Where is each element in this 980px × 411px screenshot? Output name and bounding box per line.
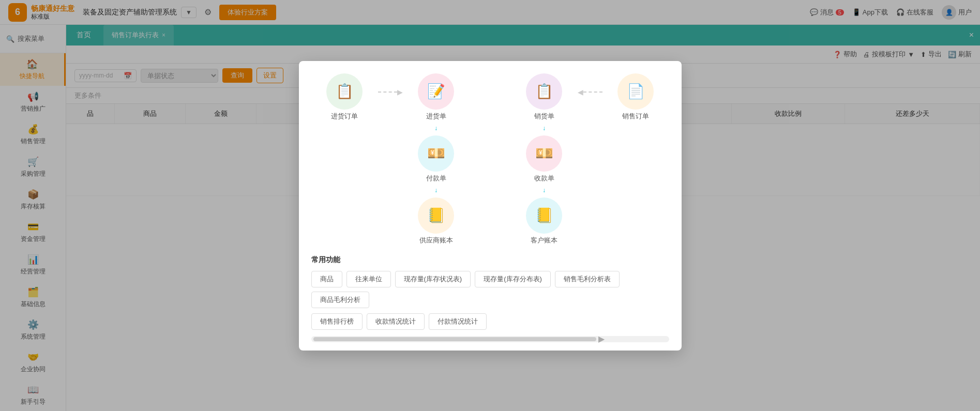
- sale-order-label: 销售订单: [622, 112, 649, 121]
- supplier-account-icon: 📒: [418, 197, 454, 234]
- scrollbar-thumb: [313, 337, 596, 341]
- btn-receipt-stats[interactable]: 收款情况统计: [367, 313, 425, 330]
- arrow-purchase: ▶: [378, 88, 403, 106]
- purchase-order-label: 进货订单: [331, 112, 358, 121]
- sale-order-node: 📄 销售订单: [602, 73, 669, 121]
- purchase-order-node: 📋 进货订单: [311, 73, 378, 121]
- receipt-node: 💴 收款单: [511, 135, 578, 183]
- purchase-order-icon: 📋: [326, 73, 363, 110]
- sale-bill-icon: 📋: [526, 73, 562, 110]
- common-functions-section: 常用功能 商品 往来单位 现存量(库存状况表) 现存量(库存分布表) 销售毛利分…: [311, 255, 669, 330]
- btn-product-profit[interactable]: 商品毛利分析: [311, 292, 369, 308]
- supplier-account-label: 供应商账本: [419, 236, 453, 245]
- btn-contacts[interactable]: 往来单位: [346, 271, 391, 287]
- purchase-bill-label: 进货单: [426, 112, 446, 121]
- v-arrow-receipt: ↓: [511, 187, 578, 194]
- common-buttons-row1: 商品 往来单位 现存量(库存状况表) 现存量(库存分布表) 销售毛利分析表 商品…: [311, 271, 669, 308]
- v-arrow-payment: ↓: [403, 187, 470, 194]
- receipt-label: 收款单: [534, 174, 554, 183]
- sale-bill-label: 销货单: [534, 112, 554, 121]
- btn-stock-status[interactable]: 现存量(库存状况表): [395, 271, 471, 287]
- customer-account-node: 📒 客户账本: [511, 197, 578, 245]
- customer-account-icon: 📒: [526, 197, 562, 234]
- payment-node: 💴 付款单: [403, 135, 470, 183]
- sale-bill-node: 📋 销货单: [511, 73, 578, 121]
- common-title: 常用功能: [311, 255, 669, 265]
- payment-label: 付款单: [426, 174, 446, 183]
- purchase-bill-icon: 📝: [418, 73, 454, 110]
- common-buttons-row2: 销售排行榜 收款情况统计 付款情况统计: [311, 313, 669, 330]
- customer-account-label: 客户账本: [531, 236, 557, 245]
- dialog-scrollbar[interactable]: ▶: [311, 336, 669, 342]
- btn-sales-rank[interactable]: 销售排行榜: [311, 313, 363, 330]
- btn-products[interactable]: 商品: [311, 271, 342, 287]
- v-arrow-sale: ↓: [511, 125, 578, 132]
- receipt-icon: 💴: [526, 135, 562, 172]
- payment-icon: 💴: [418, 135, 454, 172]
- sale-order-icon: 📄: [617, 73, 654, 110]
- btn-payment-stats[interactable]: 付款情况统计: [429, 313, 487, 330]
- scroll-right-arrow[interactable]: ▶: [598, 334, 605, 344]
- btn-stock-dist[interactable]: 现存量(库存分布表): [475, 271, 551, 287]
- supplier-account-node: 📒 供应商账本: [403, 197, 470, 245]
- v-arrow-purchase: ↓: [403, 125, 470, 132]
- arrow-sale: ◀: [578, 88, 602, 106]
- flow-dialog: 📋 进货订单 ▶ 📝 进货单 📋 销货单 ◀: [299, 61, 682, 351]
- purchase-bill-node: 📝 进货单: [403, 73, 470, 121]
- btn-sales-profit[interactable]: 销售毛利分析表: [555, 271, 620, 287]
- dialog-overlay[interactable]: 📋 进货订单 ▶ 📝 进货单 📋 销货单 ◀: [0, 0, 980, 411]
